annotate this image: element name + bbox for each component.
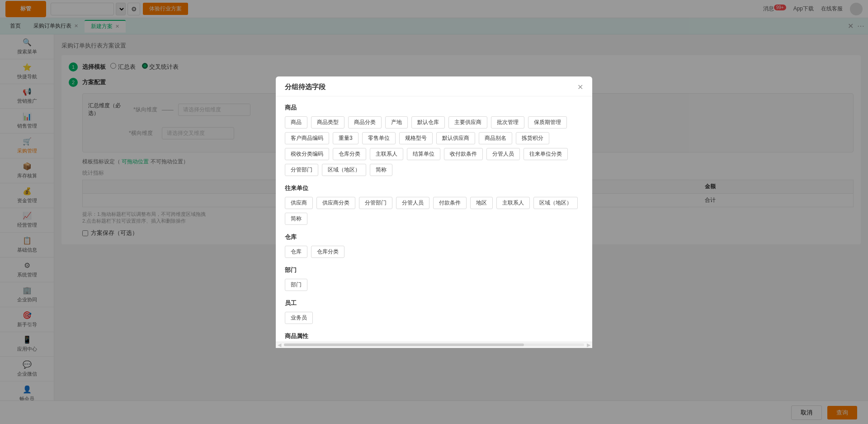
field-tag-dept-0[interactable]: 部门 bbox=[285, 279, 307, 291]
scroll-right-arrow[interactable]: ▶ bbox=[587, 342, 590, 348]
field-select-modal: 分组待选字段 ✕ 商品 商品 商品类型 商品分类 产地 默认仓库 主要供应商 批… bbox=[276, 76, 592, 348]
field-tag-partner-5[interactable]: 地区 bbox=[470, 197, 493, 209]
field-tag-goods-2[interactable]: 商品分类 bbox=[348, 116, 382, 129]
field-tag-partner-6[interactable]: 主联系人 bbox=[496, 197, 530, 209]
field-tag-goods-19[interactable]: 收付款条件 bbox=[444, 148, 483, 160]
modal-close-btn[interactable]: ✕ bbox=[577, 83, 583, 91]
field-tag-goods-10[interactable]: 零售单位 bbox=[362, 132, 396, 144]
modal-section-department: 部门 部门 bbox=[285, 266, 583, 291]
field-tag-partner-1[interactable]: 供应商分类 bbox=[316, 197, 355, 209]
field-tag-goods-3[interactable]: 产地 bbox=[385, 116, 408, 129]
field-tag-goods-11[interactable]: 规格型号 bbox=[399, 132, 433, 144]
partners-section-title: 往来单位 bbox=[285, 184, 583, 192]
department-field-tags: 部门 bbox=[285, 279, 583, 291]
field-tag-emp-0[interactable]: 业务员 bbox=[285, 312, 313, 324]
field-tag-goods-9[interactable]: 重量3 bbox=[333, 132, 359, 144]
scroll-left-arrow[interactable]: ◀ bbox=[278, 342, 281, 348]
field-tag-partner-2[interactable]: 分管部门 bbox=[359, 197, 392, 209]
field-tag-goods-21[interactable]: 往来单位分类 bbox=[524, 148, 568, 160]
modal-section-goods: 商品 商品 商品类型 商品分类 产地 默认仓库 主要供应商 批次管理 保质期管理… bbox=[285, 104, 583, 176]
field-tag-partner-4[interactable]: 付款条件 bbox=[433, 197, 467, 209]
field-tag-goods-4[interactable]: 默认仓库 bbox=[411, 116, 445, 129]
modal-section-employee: 员工 业务员 bbox=[285, 299, 583, 324]
modal-title: 分组待选字段 bbox=[285, 83, 326, 91]
field-tag-goods-12[interactable]: 默认供应商 bbox=[436, 132, 475, 144]
field-tag-partner-3[interactable]: 分管人员 bbox=[396, 197, 429, 209]
goods-section-title: 商品 bbox=[285, 104, 583, 112]
goods-field-tags: 商品 商品类型 商品分类 产地 默认仓库 主要供应商 批次管理 保质期管理 客户… bbox=[285, 116, 583, 176]
field-tag-goods-16[interactable]: 仓库分类 bbox=[333, 148, 366, 160]
field-tag-goods-15[interactable]: 税收分类编码 bbox=[285, 148, 329, 160]
field-tag-goods-1[interactable]: 商品类型 bbox=[311, 116, 344, 129]
modal-overlay: 分组待选字段 ✕ 商品 商品 商品类型 商品分类 产地 默认仓库 主要供应商 批… bbox=[0, 0, 868, 424]
scrollbar-thumb[interactable] bbox=[284, 343, 524, 346]
modal-section-goods-attr: 商品属性 属性 颜色 多规格 尺码 鞋码 1 bbox=[285, 332, 583, 342]
modal-body: 商品 商品 商品类型 商品分类 产地 默认仓库 主要供应商 批次管理 保质期管理… bbox=[276, 96, 592, 342]
modal-horizontal-scrollbar[interactable]: ◀ ▶ bbox=[276, 342, 592, 348]
modal-section-partners: 往来单位 供应商 供应商分类 分管部门 分管人员 付款条件 地区 主联系人 区域… bbox=[285, 184, 583, 225]
employee-field-tags: 业务员 bbox=[285, 312, 583, 324]
goods-attr-section-title: 商品属性 bbox=[285, 332, 583, 340]
field-tag-goods-6[interactable]: 批次管理 bbox=[491, 116, 524, 129]
field-tag-goods-18[interactable]: 结算单位 bbox=[407, 148, 440, 160]
field-tag-warehouse-1[interactable]: 仓库分类 bbox=[311, 246, 344, 258]
partners-field-tags: 供应商 供应商分类 分管部门 分管人员 付款条件 地区 主联系人 区域（地区） … bbox=[285, 197, 583, 225]
field-tag-warehouse-0[interactable]: 仓库 bbox=[285, 246, 307, 258]
warehouse-section-title: 仓库 bbox=[285, 233, 583, 241]
field-tag-goods-14[interactable]: 拣货积分 bbox=[516, 132, 549, 144]
field-tag-goods-13[interactable]: 商品别名 bbox=[479, 132, 512, 144]
warehouse-field-tags: 仓库 仓库分类 bbox=[285, 246, 583, 258]
modal-header: 分组待选字段 ✕ bbox=[276, 76, 592, 96]
field-tag-goods-8[interactable]: 客户商品编码 bbox=[285, 132, 329, 144]
field-tag-goods-5[interactable]: 主要供应商 bbox=[448, 116, 487, 129]
field-tag-goods-22[interactable]: 分管部门 bbox=[285, 164, 318, 176]
field-tag-partner-7[interactable]: 区域（地区） bbox=[533, 197, 578, 209]
employee-section-title: 员工 bbox=[285, 299, 583, 307]
modal-section-warehouse: 仓库 仓库 仓库分类 bbox=[285, 233, 583, 258]
field-tag-goods-7[interactable]: 保质期管理 bbox=[528, 116, 567, 129]
field-tag-goods-0[interactable]: 商品 bbox=[285, 116, 307, 129]
field-tag-goods-17[interactable]: 主联系人 bbox=[370, 148, 403, 160]
field-tag-partner-8[interactable]: 简称 bbox=[285, 213, 307, 225]
field-tag-goods-20[interactable]: 分管人员 bbox=[486, 148, 520, 160]
field-tag-goods-23[interactable]: 区域（地区） bbox=[322, 164, 366, 176]
department-section-title: 部门 bbox=[285, 266, 583, 274]
scrollbar-track bbox=[284, 343, 584, 346]
field-tag-goods-24[interactable]: 简称 bbox=[370, 164, 392, 176]
field-tag-partner-0[interactable]: 供应商 bbox=[285, 197, 313, 209]
